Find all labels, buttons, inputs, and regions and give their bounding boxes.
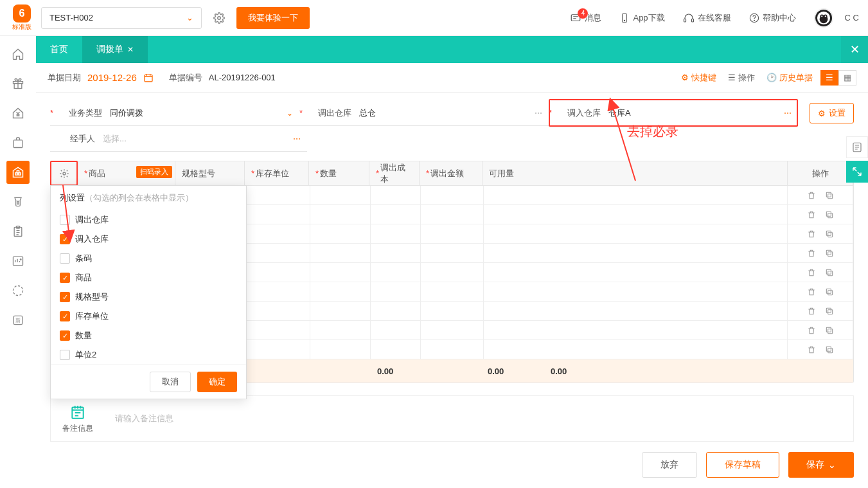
sidebar-money-icon[interactable] — [6, 190, 30, 213]
notes-icon — [69, 404, 86, 420]
tab-transfer-order[interactable]: 调拨单 ✕ — [82, 36, 148, 63]
tabbar-close-all[interactable]: ✕ — [841, 36, 868, 63]
tab-home[interactable]: 首页 — [36, 36, 82, 63]
app-download-label: App下载 — [633, 12, 664, 24]
copy-icon[interactable] — [825, 268, 834, 277]
messages-link[interactable]: 消息 4 — [570, 12, 601, 24]
checkbox-icon[interactable] — [60, 330, 70, 341]
column-option[interactable]: 调入仓库 — [60, 230, 237, 249]
doc-date-value[interactable]: 2019-12-26 — [87, 72, 137, 83]
checkbox-icon[interactable] — [60, 215, 70, 225]
popover-confirm-button[interactable]: 确定 — [197, 372, 237, 392]
column-option-label: 单位2 — [75, 349, 96, 361]
ellipsis-icon: ⋯ — [784, 109, 792, 118]
sidebar-clipboard-icon[interactable] — [6, 220, 30, 243]
app-download-link[interactable]: App下载 — [619, 12, 664, 24]
column-option[interactable]: 调出仓库 — [60, 210, 237, 230]
checkbox-icon[interactable] — [60, 273, 70, 283]
form-settings-button[interactable]: ⚙设置 — [810, 103, 854, 123]
svg-rect-35 — [826, 231, 831, 235]
delete-icon[interactable] — [807, 268, 816, 277]
scan-input-badge[interactable]: 扫码录入 — [136, 166, 172, 178]
annotation-text: 去掉必录 — [627, 123, 678, 140]
column-option[interactable]: 库存单位 — [60, 307, 237, 326]
view-list-icon[interactable]: ☰ — [820, 70, 838, 86]
svg-rect-43 — [826, 308, 831, 312]
copy-icon[interactable] — [825, 191, 834, 200]
sidebar-bag-icon[interactable] — [6, 131, 30, 154]
svg-rect-39 — [826, 269, 831, 274]
copy-icon[interactable] — [825, 230, 834, 239]
environment-selector[interactable]: TEST-H002 ⌄ — [41, 7, 202, 29]
copy-icon[interactable] — [825, 210, 834, 219]
column-settings-button[interactable] — [50, 161, 78, 186]
try-experience-button[interactable]: 我要体验一下 — [236, 7, 310, 29]
history-link[interactable]: 🕑历史单据 — [763, 72, 817, 84]
view-grid-icon[interactable]: ▦ — [838, 70, 856, 86]
form-area: *业务类型 同价调拨 ⌄ *调出仓库 总仓 ⋯ *调入仓库 仓库A ⋯ — [36, 93, 868, 152]
checkbox-icon[interactable] — [60, 234, 70, 244]
delete-icon[interactable] — [807, 345, 816, 354]
popover-cancel-button[interactable]: 取消 — [150, 372, 191, 392]
column-option[interactable]: 商品 — [60, 268, 237, 287]
checkbox-icon[interactable] — [60, 292, 70, 302]
side-note-icon[interactable] — [846, 136, 868, 158]
column-option-label: 数量 — [75, 330, 92, 341]
delete-icon[interactable] — [807, 210, 816, 219]
field-out-warehouse[interactable]: *调出仓库 总仓 ⋯ — [299, 100, 549, 126]
discard-button[interactable]: 放弃 — [642, 452, 697, 478]
svg-rect-37 — [826, 250, 831, 255]
avatar[interactable] — [814, 8, 833, 28]
copy-icon[interactable] — [825, 287, 834, 296]
delete-icon[interactable] — [807, 287, 816, 296]
save-draft-button[interactable]: 保存草稿 — [706, 452, 779, 478]
online-service-link[interactable]: 在线客服 — [683, 12, 731, 24]
side-expand-icon[interactable] — [846, 161, 868, 183]
chevron-down-icon: ⌄ — [287, 109, 293, 118]
notes-input[interactable]: 请输入备注信息 — [105, 413, 853, 424]
sidebar-gift-icon[interactable] — [6, 72, 30, 95]
column-option-label: 库存单位 — [75, 311, 109, 322]
column-option[interactable]: 条码 — [60, 249, 237, 268]
delete-icon[interactable] — [807, 191, 816, 200]
help-center-link[interactable]: 帮助中心 — [749, 12, 796, 24]
copy-icon[interactable] — [825, 307, 834, 316]
delete-icon[interactable] — [807, 326, 816, 335]
sidebar-report-icon[interactable] — [6, 249, 30, 273]
header-settings-icon[interactable] — [208, 7, 230, 29]
svg-rect-41 — [826, 289, 831, 293]
th-operations: 操作 — [788, 161, 853, 185]
column-option[interactable]: 规格型号 — [60, 287, 237, 307]
sidebar-warehouse-icon[interactable] — [6, 161, 30, 184]
column-option-label: 商品 — [75, 272, 92, 284]
chevron-down-icon: ⌄ — [828, 460, 836, 470]
close-icon[interactable]: ✕ — [127, 45, 134, 54]
sidebar-new-icon[interactable]: 新 — [6, 309, 30, 332]
ellipsis-icon: ⋯ — [535, 109, 542, 118]
column-option[interactable]: 数量 — [60, 326, 237, 345]
checkbox-icon[interactable] — [60, 311, 70, 321]
calendar-icon[interactable] — [143, 73, 154, 83]
field-business-type[interactable]: *业务类型 同价调拨 ⌄ — [50, 100, 299, 126]
view-toggle: ☰ ▦ — [820, 70, 856, 86]
history-icon: 🕑 — [766, 73, 777, 82]
copy-icon[interactable] — [825, 326, 834, 335]
delete-icon[interactable] — [807, 230, 816, 239]
save-button[interactable]: 保存⌄ — [788, 452, 854, 478]
copy-icon[interactable] — [825, 345, 834, 354]
sidebar-price-icon[interactable] — [6, 102, 30, 125]
svg-rect-31 — [826, 192, 831, 197]
sidebar-loading-icon[interactable] — [6, 279, 30, 302]
checkbox-icon[interactable] — [60, 350, 70, 360]
checkbox-icon[interactable] — [60, 253, 70, 264]
delete-icon[interactable] — [807, 249, 816, 258]
column-option[interactable]: 单位2 — [60, 345, 237, 365]
shortcut-link[interactable]: ⚙快捷键 — [677, 72, 720, 84]
copy-icon[interactable] — [825, 249, 834, 258]
svg-point-24 — [13, 286, 23, 296]
delete-icon[interactable] — [807, 307, 816, 316]
header-bar: 标准版 TEST-H002 ⌄ 我要体验一下 消息 4 App下载 — [0, 0, 868, 36]
field-handler[interactable]: 经手人 选择... ⋯ — [50, 126, 307, 152]
operate-link[interactable]: ☰操作 — [724, 72, 759, 84]
sidebar-home-icon[interactable] — [6, 42, 30, 66]
